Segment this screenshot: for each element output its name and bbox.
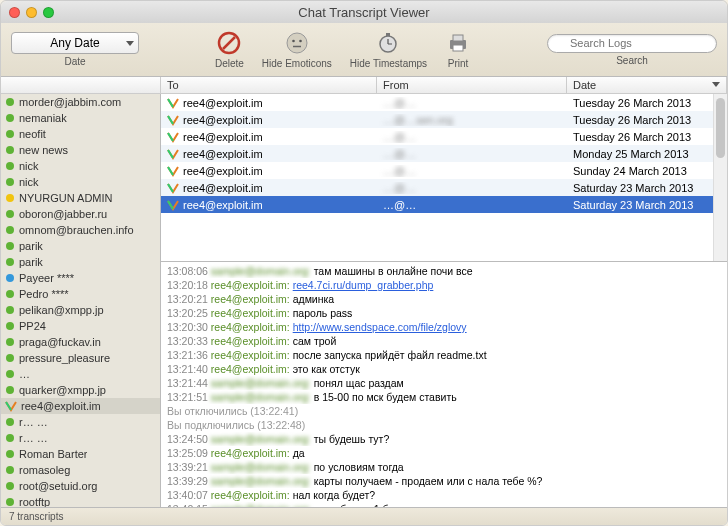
contact-item[interactable]: … (1, 366, 160, 382)
contact-item[interactable]: rootftp (1, 494, 160, 507)
message-line: 13:20:21 ree4@exploit.im: админка (167, 292, 721, 306)
message-line: 13:21:40 ree4@exploit.im: это как отстук (167, 362, 721, 376)
svg-point-32 (6, 370, 14, 378)
message-line: 13:21:51 sample@domain.org: в 15-00 по м… (167, 390, 721, 404)
contact-label: oboron@jabber.ru (19, 208, 107, 220)
svg-point-34 (6, 418, 14, 426)
contact-item[interactable]: r… … (1, 430, 160, 446)
contact-label: parik (19, 256, 43, 268)
contact-item[interactable]: root@setuid.org (1, 478, 160, 494)
contact-item[interactable]: oboron@jabber.ru (1, 206, 160, 222)
conv-from: …@…sen.org (383, 114, 453, 126)
scroll-thumb[interactable] (716, 98, 725, 158)
contact-item[interactable]: omnom@brauchen.info (1, 222, 160, 238)
contact-label: nick (19, 160, 39, 172)
conversation-row[interactable]: ree4@exploit.im…@…Saturday 23 March 2013 (161, 196, 727, 213)
contact-item[interactable]: nemaniak (1, 110, 160, 126)
svg-point-33 (6, 386, 14, 394)
message-line: 13:40:07 ree4@exploit.im: нал когда буде… (167, 488, 721, 502)
message-line: 13:25:09 ree4@exploit.im: да (167, 446, 721, 460)
printer-icon (445, 30, 471, 56)
message-line: 13:20:18 ree4@exploit.im: ree4.7ci.ru/du… (167, 278, 721, 292)
contact-item[interactable]: new news (1, 142, 160, 158)
search-input[interactable] (547, 34, 717, 53)
contact-label: rootftp (19, 496, 50, 507)
transcript-pane[interactable]: 13:08:06 sample@domain.org: там машины в… (161, 262, 727, 507)
contact-item[interactable]: parik (1, 254, 160, 270)
svg-point-19 (6, 162, 14, 170)
contact-item[interactable]: nick (1, 174, 160, 190)
contact-label: nick (19, 176, 39, 188)
conversation-row[interactable]: ree4@exploit.im…@…Tuesday 26 March 2013 (161, 94, 727, 111)
scrollbar[interactable] (713, 94, 727, 261)
svg-point-23 (6, 226, 14, 234)
stopwatch-icon (375, 30, 401, 56)
hide-emoticons-button[interactable]: Hide Emoticons (254, 28, 340, 71)
contact-item[interactable]: praga@fuckav.in (1, 334, 160, 350)
contact-item[interactable]: PP24 (1, 318, 160, 334)
col-to[interactable]: To (161, 77, 377, 93)
minimize-button[interactable] (26, 7, 37, 18)
contact-item[interactable]: pelikan@xmpp.jp (1, 302, 160, 318)
svg-point-29 (6, 322, 14, 330)
col-date[interactable]: Date (567, 77, 727, 93)
conversation-row[interactable]: ree4@exploit.im…@…sen.orgTuesday 26 Marc… (161, 111, 727, 128)
contact-item[interactable]: neofit (1, 126, 160, 142)
contact-label: praga@fuckav.in (19, 336, 101, 348)
print-button[interactable]: Print (437, 28, 479, 71)
close-button[interactable] (9, 7, 20, 18)
contact-item[interactable]: pressure_pleasure (1, 350, 160, 366)
conversation-row[interactable]: ree4@exploit.im…@…Tuesday 26 March 2013 (161, 128, 727, 145)
message-link[interactable]: ree4.7ci.ru/dump_grabber.php (293, 279, 434, 291)
contact-item[interactable]: quarker@xmpp.jp (1, 382, 160, 398)
conversation-row[interactable]: ree4@exploit.im…@…Saturday 23 March 2013 (161, 179, 727, 196)
contacts-sidebar[interactable]: morder@jabbim.comnemaniakneofitnew newsn… (1, 94, 161, 507)
svg-point-38 (6, 482, 14, 490)
contact-label: Pedro **** (19, 288, 69, 300)
contact-item[interactable]: r… … (1, 414, 160, 430)
conv-to: ree4@exploit.im (183, 148, 263, 160)
col-from[interactable]: From (377, 77, 567, 93)
contact-item[interactable]: parik (1, 238, 160, 254)
contact-item[interactable]: Pedro **** (1, 286, 160, 302)
conversation-list[interactable]: ree4@exploit.im…@…Tuesday 26 March 2013r… (161, 94, 727, 262)
transcript-count: 7 transcripts (9, 511, 63, 522)
contact-label: morder@jabbim.com (19, 96, 121, 108)
message-line: Вы подключились (13:22:48) (167, 418, 721, 432)
conv-date: Sunday 24 March 2013 (567, 165, 727, 177)
conv-to: ree4@exploit.im (183, 182, 263, 194)
contact-label: r… … (19, 432, 48, 444)
zoom-button[interactable] (43, 7, 54, 18)
svg-point-25 (6, 258, 14, 266)
conv-date: Tuesday 26 March 2013 (567, 114, 727, 126)
contact-item[interactable]: Roman Barter (1, 446, 160, 462)
svg-point-35 (6, 434, 14, 442)
svg-point-39 (6, 498, 14, 506)
conversation-row[interactable]: ree4@exploit.im…@…Monday 25 March 2013 (161, 145, 727, 162)
message-line: 13:24:50 sample@domain.org: ты будешь ту… (167, 432, 721, 446)
contact-item[interactable]: Payeer **** (1, 270, 160, 286)
date-filter-label: Any Date (50, 36, 99, 50)
contact-item[interactable]: NYURGUN ADMIN (1, 190, 160, 206)
svg-point-31 (6, 354, 14, 362)
svg-point-2 (287, 33, 307, 53)
contact-label: pelikan@xmpp.jp (19, 304, 104, 316)
hide-timestamps-button[interactable]: Hide Timestamps (342, 28, 435, 71)
conv-to: ree4@exploit.im (183, 131, 263, 143)
contact-label: Payeer **** (19, 272, 74, 284)
contact-item[interactable]: romasoleg (1, 462, 160, 478)
conversation-row[interactable]: ree4@exploit.im…@…Sunday 24 March 2013 (161, 162, 727, 179)
contact-label: r… … (19, 416, 48, 428)
message-link[interactable]: http://www.sendspace.com/file/zglovy (293, 321, 467, 333)
contact-label: neofit (19, 128, 46, 140)
contact-label: new news (19, 144, 68, 156)
contact-item[interactable]: morder@jabbim.com (1, 94, 160, 110)
contact-label: PP24 (19, 320, 46, 332)
sidebar-header[interactable] (1, 77, 161, 93)
contact-item[interactable]: ree4@exploit.im (1, 398, 160, 414)
contact-item[interactable]: nick (1, 158, 160, 174)
message-line: 13:20:33 ree4@exploit.im: сам трой (167, 334, 721, 348)
message-line: 13:40:15 sample@domain.org: нал обычно 1… (167, 502, 721, 507)
date-filter-dropdown[interactable]: Any Date (11, 32, 139, 54)
delete-button[interactable]: Delete (207, 28, 252, 71)
